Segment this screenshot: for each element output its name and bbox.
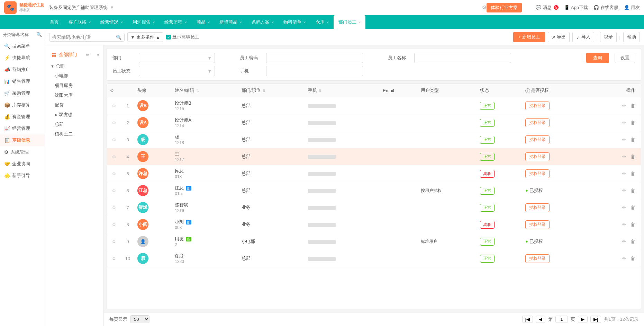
sidebar-item-shortcuts[interactable]: ⚡ 快捷导航 — [0, 52, 45, 64]
delete-button[interactable]: 🗑 — [629, 102, 637, 109]
row-settings-icon[interactable]: ⚙ — [112, 121, 116, 125]
tab-dept-staff[interactable]: 部门员工 × — [334, 15, 365, 29]
tab-home[interactable]: 首页 — [45, 15, 64, 29]
delete-button[interactable]: 🗑 — [629, 119, 637, 126]
auth-button[interactable]: 授权登录 — [525, 203, 550, 212]
row-settings-icon[interactable]: ⚙ — [112, 171, 116, 176]
set-button[interactable]: 设置 — [615, 53, 635, 63]
dept-all-button[interactable]: 全部部门 — [48, 50, 80, 60]
auth-button[interactable]: 授权登录 — [525, 135, 550, 144]
edit-button[interactable]: ✏ — [621, 153, 628, 160]
tab-add-goods[interactable]: 新增商品 × — [215, 15, 246, 29]
add-employee-button[interactable]: + 新增员工 — [513, 32, 545, 42]
view-button[interactable]: 视录 — [600, 32, 617, 42]
delete-button[interactable]: 🗑 — [629, 187, 637, 194]
dept-node-distribution[interactable]: 配货 — [45, 100, 103, 110]
dept-filter-select[interactable]: ▼ — [139, 53, 215, 63]
delete-button[interactable]: 🗑 — [629, 255, 637, 262]
import-button[interactable]: ↙ 导入 — [572, 32, 594, 42]
row-settings-icon[interactable]: ⚙ — [112, 239, 116, 244]
edit-button[interactable]: ✏ — [621, 136, 628, 143]
dept-edit-icon[interactable]: ✏ — [86, 52, 90, 58]
online-service-button[interactable]: 🎧 在线客服 — [593, 5, 618, 11]
auth-button[interactable]: 授权登录 — [525, 152, 550, 161]
sidebar-item-system[interactable]: ⚙ 系统管理 — [0, 146, 45, 158]
edit-button[interactable]: ✏ — [621, 170, 628, 177]
sidebar-item-search[interactable]: 🔍 搜索菜单 — [0, 40, 45, 52]
tab-profit[interactable]: 利润报告 × — [128, 15, 160, 29]
sidebar-item-sales[interactable]: 📊 销售管理 — [0, 76, 45, 87]
edit-button[interactable]: ✏ — [621, 119, 628, 126]
dept-node-electronics[interactable]: 小电部 — [45, 71, 103, 81]
tab-operation[interactable]: 经营情况 × — [96, 15, 127, 29]
auth-button[interactable]: 授权登录 — [525, 220, 550, 229]
table-settings-icon[interactable]: ⚙ — [110, 88, 114, 93]
emp-code-input[interactable] — [266, 53, 363, 63]
edit-button[interactable]: ✏ — [621, 204, 628, 211]
sidebar-item-purchase[interactable]: 🛒 采购管理 — [0, 87, 45, 99]
tab-barcode[interactable]: 条码方案 × — [247, 15, 279, 29]
auth-button[interactable]: 授权登录 — [525, 102, 550, 110]
row-settings-icon[interactable]: ⚙ — [112, 155, 116, 159]
query-button[interactable]: 查询 — [586, 53, 609, 63]
tab-warehouse[interactable]: 仓库 × — [311, 15, 334, 29]
tab-history[interactable]: 经营历程 × — [160, 15, 191, 29]
tab-goods[interactable]: 商品 × — [192, 15, 215, 29]
edit-button[interactable]: ✏ — [621, 221, 628, 228]
export-button[interactable]: ↗ 导出 — [548, 32, 570, 42]
sidebar-item-marketing[interactable]: 📣 营销推广 — [0, 64, 45, 76]
dept-node-plant[interactable]: 植树王二 — [45, 129, 103, 139]
dept-node-headquarters[interactable]: ▼ 总部 — [45, 61, 103, 71]
show-resigned-checkbox[interactable]: ✓ 显示离职员工 — [166, 34, 199, 40]
sidebar-search-input[interactable] — [3, 32, 35, 37]
page-input[interactable] — [555, 316, 568, 323]
trial-button[interactable]: 体验行业方案 — [487, 3, 522, 12]
print-button[interactable]: 帮助 — [623, 32, 640, 42]
sidebar-item-basic-info[interactable]: 📋 基础信息 — [0, 134, 45, 146]
edit-button[interactable]: ✏ — [621, 238, 628, 245]
sidebar-item-inventory[interactable]: 📦 库存核算 — [0, 99, 45, 111]
dept-node-shenyang[interactable]: 沈阳大库 — [45, 90, 103, 100]
app-download-button[interactable]: 📱 App下载 — [564, 5, 588, 11]
dept-node-project[interactable]: 项目库房 — [45, 81, 103, 90]
tab-customer[interactable]: 客户联络 × — [64, 15, 96, 29]
auth-info-icon[interactable]: i — [525, 88, 530, 93]
row-settings-icon[interactable]: ⚙ — [112, 256, 116, 261]
delete-button[interactable]: 🗑 — [629, 170, 637, 177]
more-filter-button[interactable]: ▼ 更多条件 ▲ — [127, 32, 163, 42]
auth-button[interactable]: 授权登录 — [525, 169, 550, 178]
row-settings-icon[interactable]: ⚙ — [112, 222, 116, 227]
phone-input[interactable] — [266, 66, 363, 76]
next-page-button[interactable]: ▶ — [578, 316, 588, 323]
edit-button[interactable]: ✏ — [621, 255, 628, 262]
dept-collapse-button[interactable]: « — [95, 52, 101, 58]
delete-button[interactable]: 🗑 — [629, 221, 637, 228]
per-page-select[interactable]: 50 20 100 — [130, 315, 149, 323]
row-settings-icon[interactable]: ⚙ — [112, 138, 116, 142]
emp-name-input[interactable] — [414, 53, 511, 63]
sidebar-item-finance[interactable]: 💰 资金管理 — [0, 111, 45, 123]
emp-status-select[interactable]: ▼ — [139, 66, 215, 76]
prev-page-button[interactable]: ◀ — [536, 316, 545, 323]
delete-button[interactable]: 🗑 — [629, 153, 637, 160]
auth-button[interactable]: 授权登录 — [525, 118, 550, 127]
delete-button[interactable]: 🗑 — [629, 136, 637, 143]
search-input[interactable] — [52, 35, 115, 40]
dept-node-shuanghu[interactable]: ▶ 双虎想 — [45, 110, 103, 120]
last-page-button[interactable]: ▶| — [590, 316, 601, 323]
delete-button[interactable]: 🗑 — [629, 204, 637, 211]
message-button[interactable]: 💬 消息 5 — [536, 5, 559, 11]
user-menu[interactable]: 👤 用友 — [624, 5, 640, 11]
edit-button[interactable]: ✏ — [621, 187, 628, 194]
auth-button[interactable]: 授权登录 — [525, 254, 550, 263]
first-page-button[interactable]: |◀ — [522, 316, 533, 323]
sidebar-item-operation[interactable]: 📈 经营管理 — [0, 123, 45, 134]
dept-node-hq2[interactable]: 总部 — [45, 120, 103, 129]
delete-button[interactable]: 🗑 — [629, 238, 637, 245]
row-settings-icon[interactable]: ⚙ — [112, 188, 116, 193]
edit-button[interactable]: ✏ — [621, 102, 628, 109]
row-settings-icon[interactable]: ⚙ — [112, 104, 116, 108]
sidebar-item-guide[interactable]: 🌟 新手引导 — [0, 170, 45, 182]
tab-bom[interactable]: 物料清单 × — [279, 15, 310, 29]
settings-button[interactable]: ⚙ — [482, 4, 487, 11]
